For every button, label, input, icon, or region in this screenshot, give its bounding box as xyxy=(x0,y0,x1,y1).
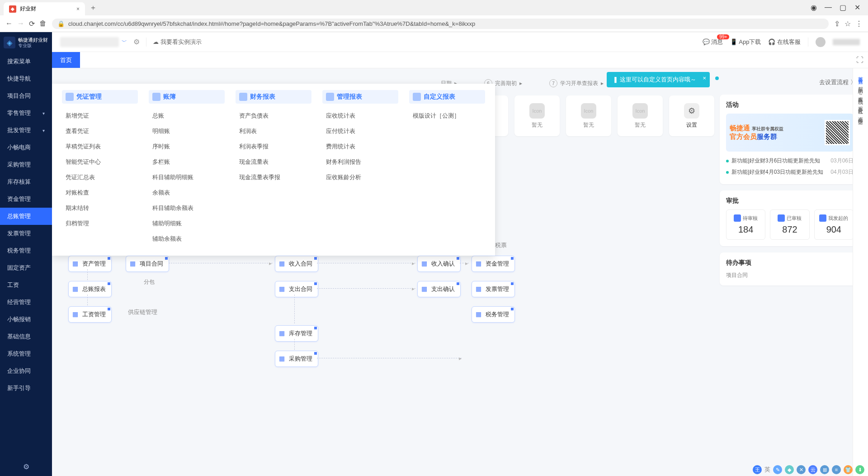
flow-node-contract[interactable]: 项目合同 xyxy=(126,256,169,272)
mega-menu-item[interactable]: 归档管理 xyxy=(62,216,138,231)
mega-menu-item[interactable]: 新增凭证 xyxy=(62,108,138,124)
sidebar-item[interactable]: 资金管理 xyxy=(0,190,52,208)
sidebar-item[interactable]: 总账管理 xyxy=(0,208,52,225)
tray-icon[interactable]: ◆ xyxy=(785,465,794,474)
play-icon[interactable]: ▸ xyxy=(519,80,522,86)
edge-rail-item[interactable]: 服务社区 xyxy=(857,101,864,108)
flow-node-income-confirm[interactable]: 收入确认 xyxy=(417,256,461,272)
mega-menu-item[interactable]: 序时账 xyxy=(149,139,225,154)
mega-menu-item[interactable]: 现金流量表 xyxy=(236,154,311,170)
mega-menu-item[interactable]: 模版设计［公测］ xyxy=(409,108,485,124)
sidebar-item[interactable]: 税务管理 xyxy=(0,242,52,259)
mega-menu-item[interactable]: 应收账龄分析 xyxy=(322,170,398,185)
mega-menu-item[interactable]: 凭证汇总表 xyxy=(62,170,138,185)
back-icon[interactable]: ← xyxy=(5,19,13,28)
mega-menu-item[interactable]: 财务利润报告 xyxy=(322,154,398,170)
delete-icon[interactable]: 🗑 xyxy=(39,19,47,28)
promo-banner[interactable]: 畅捷通 享社群专属权益 官方会员服务群 xyxy=(726,114,854,152)
sidebar-item[interactable]: 经营管理 xyxy=(0,294,52,311)
edge-rail-item[interactable]: 帮助中心 xyxy=(857,81,864,88)
flow-node-purchase[interactable]: 采购管理 xyxy=(275,351,318,367)
sidebar-item[interactable]: 发票管理 xyxy=(0,225,52,242)
mega-menu-item[interactable]: 费用统计表 xyxy=(322,139,398,154)
account-icon[interactable]: ◉ xyxy=(808,3,819,12)
edge-rail-item[interactable]: 首页设置 xyxy=(857,71,864,78)
sidebar-item[interactable]: 搜索菜单 xyxy=(0,53,52,70)
sidebar-item[interactable]: 采购管理 xyxy=(0,156,52,173)
mega-menu-item[interactable]: 辅助余额表 xyxy=(149,231,225,247)
mega-menu-item[interactable]: 应收统计表 xyxy=(322,108,398,124)
sidebar-item[interactable]: 工资 xyxy=(0,276,52,294)
mega-menu-item[interactable]: 多栏账 xyxy=(149,154,225,170)
mega-menu-item[interactable]: 智能凭证中心 xyxy=(62,154,138,170)
mega-menu-item[interactable]: 草稿凭证列表 xyxy=(62,139,138,154)
flow-node-tax[interactable]: 税务管理 xyxy=(472,306,515,323)
mega-menu-item[interactable]: 现金流量表季报 xyxy=(236,170,311,185)
close-icon[interactable]: × xyxy=(76,6,80,12)
minimize-icon[interactable]: — xyxy=(823,3,834,12)
flow-node-salary[interactable]: 工资管理 xyxy=(68,306,112,323)
edge-rail-item[interactable]: 桌面快捷 xyxy=(857,111,864,118)
app-download-button[interactable]: 📱 App下载 xyxy=(730,38,761,46)
browser-tab[interactable]: ◆ 好业财 × xyxy=(4,2,85,15)
sidebar-item[interactable]: 基础信息 xyxy=(0,328,52,345)
flow-node-expend-confirm[interactable]: 支出确认 xyxy=(417,281,461,297)
flow-node-invoice[interactable]: 发票管理 xyxy=(472,281,515,297)
mega-menu-item[interactable]: 期末结转 xyxy=(62,200,138,216)
flow-node-expend[interactable]: 支出合同 xyxy=(275,281,318,297)
approval-cell[interactable]: 已审核872 xyxy=(770,209,809,240)
tray-icon[interactable]: 👕 xyxy=(844,465,853,474)
mega-menu-item[interactable]: 利润表季报 xyxy=(236,139,311,154)
flow-node-fund[interactable]: 资金管理 xyxy=(472,256,515,272)
flow-node-asset[interactable]: 资产管理 xyxy=(68,256,112,272)
sidebar-item[interactable]: 项目合同 xyxy=(0,87,52,105)
quick-card[interactable]: Icon暂无 xyxy=(618,95,663,136)
tray-icon[interactable]: ⬇ xyxy=(855,465,864,474)
sidebar-item[interactable]: 库存核算 xyxy=(0,173,52,190)
approval-cell[interactable]: 我发起的904 xyxy=(814,209,854,240)
avatar[interactable] xyxy=(816,37,826,47)
url-box[interactable]: 🔒 cloud.chanjet.com/cc/u6d89qwnryel/57bf… xyxy=(52,19,829,29)
ime-indicator[interactable]: 英 xyxy=(764,466,770,474)
sidebar-item[interactable]: 固定资产 xyxy=(0,259,52,276)
settings-icon[interactable]: ⚙ xyxy=(0,457,52,476)
set-flow-link[interactable]: 去设置流程 〉 xyxy=(720,76,860,88)
news-item[interactable]: 新功能|好业财4月03日功能更新抢先知04月03日 xyxy=(726,167,854,178)
quick-card[interactable]: Icon暂无 xyxy=(566,95,611,136)
quick-card-settings[interactable]: ⚙设置 xyxy=(669,95,714,136)
mega-menu-item[interactable]: 科目辅助明细账 xyxy=(149,170,225,185)
fullscreen-icon[interactable]: ⛶ xyxy=(852,52,868,68)
close-window-icon[interactable]: ✕ xyxy=(852,3,863,12)
tab-home[interactable]: 首页 xyxy=(52,52,80,68)
online-cs-button[interactable]: 🎧 在线客服 xyxy=(768,38,801,46)
demo-link[interactable]: ☁ 我要看实例演示 xyxy=(153,38,202,46)
mega-menu-item[interactable]: 辅助明细账 xyxy=(149,216,225,231)
org-selector[interactable]: ﹀ xyxy=(60,37,127,47)
sidebar-item[interactable]: 零售管理▾ xyxy=(0,105,52,122)
reload-icon[interactable]: ⟳ xyxy=(29,19,35,28)
tray-icon[interactable]: ✎ xyxy=(773,465,782,474)
mega-menu-item[interactable]: 利润表 xyxy=(236,124,311,139)
sidebar-item[interactable]: 新手引导 xyxy=(0,380,52,397)
sidebar-item[interactable]: 批发管理▾ xyxy=(0,122,52,139)
quick-card[interactable]: Icon暂无 xyxy=(514,95,560,136)
menu-icon[interactable]: ⋮ xyxy=(855,19,863,28)
share-icon[interactable]: ⇪ xyxy=(834,19,840,28)
mega-menu-item[interactable]: 资产负债表 xyxy=(236,108,311,124)
tray-icon[interactable]: 王 xyxy=(753,465,762,474)
sidebar-item[interactable]: 快捷导航 xyxy=(0,70,52,87)
mega-menu-item[interactable]: 总账 xyxy=(149,108,225,124)
messages-button[interactable]: 💬 消息 99+ xyxy=(703,38,723,46)
approval-cell[interactable]: 待审核184 xyxy=(726,209,765,240)
sidebar-item[interactable]: 系统管理 xyxy=(0,345,52,362)
star-icon[interactable]: ☆ xyxy=(844,19,851,28)
tray-icon[interactable]: ⊞ xyxy=(820,465,829,474)
play-icon[interactable]: ▸ xyxy=(601,80,604,86)
close-icon[interactable]: × xyxy=(703,75,706,81)
mega-menu-item[interactable]: 余额表 xyxy=(149,185,225,200)
mega-menu-item[interactable]: 科目辅助余额表 xyxy=(149,200,225,216)
mega-menu-item[interactable]: 明细账 xyxy=(149,124,225,139)
gear-icon[interactable]: ⚙ xyxy=(133,38,140,46)
sidebar-item[interactable]: 小畅报销 xyxy=(0,311,52,328)
news-item[interactable]: 新功能|好业财3月6日功能更新抢先知03月06日 xyxy=(726,155,854,167)
